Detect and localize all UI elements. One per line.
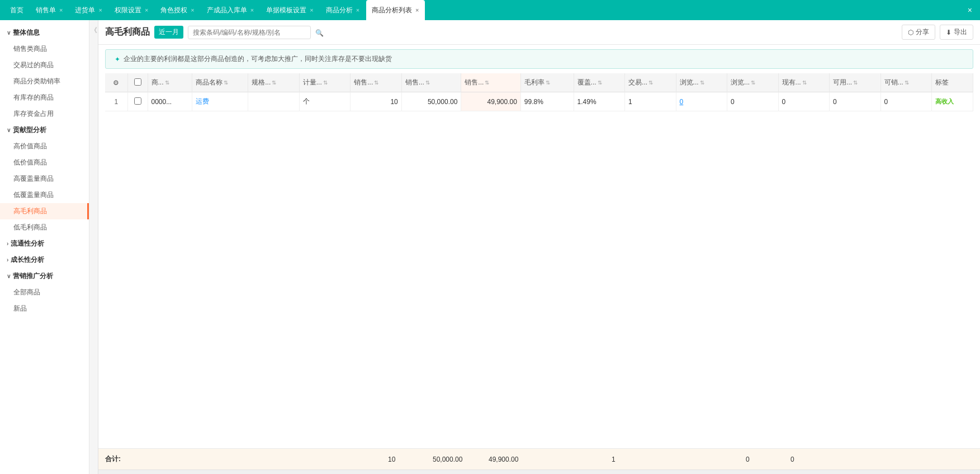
nav-close-purchase[interactable]: ×	[98, 7, 102, 13]
th-tag[interactable]: 标签	[932, 73, 973, 92]
sidebar-item-high-coverage[interactable]: 高覆盖量商品	[0, 171, 89, 187]
footer-trade: 1	[608, 456, 653, 463]
export-icon: ⬇	[946, 29, 951, 36]
th-sales-amount[interactable]: 销售...⇅	[401, 73, 461, 92]
sidebar-item-low-coverage[interactable]: 低覆盖量商品	[0, 187, 89, 203]
sidebar-group-liquidity[interactable]: › 流通性分析	[0, 236, 89, 252]
table-header-row: ⚙ 商...⇅ 商品名称⇅ 规格...⇅	[105, 73, 973, 92]
sidebar-group-contribution[interactable]: ∨ 贡献型分析	[0, 122, 89, 138]
row-sales-amount: 50,000.00	[401, 92, 461, 111]
share-button[interactable]: ⬡ 分享	[902, 25, 935, 40]
sidebar-item-traded-goods[interactable]: 交易过的商品	[0, 57, 89, 73]
page-title: 高毛利商品	[105, 26, 150, 38]
row-code: 0000...	[148, 92, 192, 111]
export-button[interactable]: ⬇ 导出	[940, 25, 973, 40]
sidebar-item-low-value[interactable]: 低价值商品	[0, 154, 89, 171]
table-row: 1 0000... 运费 个 10 50,000.00 49,900.00 99…	[105, 92, 973, 111]
footer-sales-profit: 49,900.00	[485, 456, 541, 463]
row-checkbox[interactable]	[127, 92, 148, 111]
th-trade[interactable]: 交易...⇅	[625, 73, 676, 92]
nav-permission[interactable]: 权限设置 ×	[109, 0, 154, 20]
settings-icon[interactable]: ⚙	[113, 79, 119, 87]
sidebar-item-low-margin[interactable]: 低毛利商品	[0, 219, 89, 236]
sidebar-item-stock-capital[interactable]: 库存资金占用	[0, 106, 89, 122]
nav-home[interactable]: 首页	[4, 0, 29, 20]
nav-template[interactable]: 单据模板设置 ×	[261, 0, 319, 20]
th-view1[interactable]: 浏览...⇅	[676, 73, 727, 92]
row-available-stock: 0	[830, 92, 881, 111]
footer-current-stock: 0	[742, 456, 787, 463]
nav-sales[interactable]: 销售单 ×	[30, 0, 68, 20]
sidebar-item-category-rate[interactable]: 商品分类助销率	[0, 73, 89, 90]
th-code[interactable]: 商...⇅	[148, 73, 192, 92]
search-icon: 🔍	[315, 29, 324, 37]
footer-sales-amount: 50,000.00	[429, 456, 485, 463]
sidebar-item-sales-goods[interactable]: 销售类商品	[0, 41, 89, 57]
sidebar-collapse-btn[interactable]: 《	[89, 20, 98, 474]
chevron-right-icon-2: ›	[7, 257, 8, 263]
th-spec[interactable]: 规格...⇅	[248, 73, 300, 92]
th-name[interactable]: 商品名称⇅	[192, 73, 248, 92]
footer-total: 合计: 10 50,000.00 49,900.00 1 0 0	[98, 448, 980, 470]
main-layout: ∨ 整体信息 销售类商品 交易过的商品 商品分类助销率 有库存的商品 库存资金占…	[0, 20, 980, 474]
period-button[interactable]: 近一月	[154, 26, 183, 39]
nav-close-role[interactable]: ×	[191, 7, 194, 13]
share-icon: ⬡	[908, 29, 913, 36]
sidebar-item-all-goods[interactable]: 全部商品	[0, 284, 89, 301]
scrollbar-area[interactable]	[98, 470, 980, 474]
row-sales-qty: 10	[351, 92, 402, 111]
nav-close-permission[interactable]: ×	[145, 7, 148, 13]
nav-window-close[interactable]: ×	[964, 6, 976, 15]
nav-role[interactable]: 角色授权 ×	[155, 0, 200, 20]
th-unit[interactable]: 计量...⇅	[299, 73, 351, 92]
row-sales-profit: 49,900.00	[461, 92, 521, 111]
sidebar-item-high-value[interactable]: 高价值商品	[0, 138, 89, 154]
th-sales-qty[interactable]: 销售...⇅	[351, 73, 402, 92]
th-coverage[interactable]: 覆盖...⇅	[574, 73, 625, 92]
th-view2[interactable]: 浏览...⇅	[727, 73, 779, 92]
th-saleable-stock[interactable]: 可销...⇅	[880, 73, 932, 92]
chevron-down-icon: ∨	[7, 30, 11, 36]
nav-purchase[interactable]: 进货单 ×	[69, 0, 107, 20]
th-available-stock[interactable]: 可用...⇅	[830, 73, 881, 92]
search-input[interactable]	[188, 26, 311, 39]
row-spec	[248, 92, 300, 111]
nav-product-in[interactable]: 产成品入库单 ×	[201, 0, 259, 20]
info-banner: ✦ 企业的主要的利润都是这部分商品创造的，可考虑加大推广，同时关注库存是不要出现…	[105, 49, 973, 69]
nav-close-product-analysis[interactable]: ×	[356, 7, 359, 13]
th-current-stock[interactable]: 现有...⇅	[778, 73, 830, 92]
th-settings[interactable]: ⚙	[105, 73, 127, 92]
sidebar-item-new-goods[interactable]: 新品	[0, 301, 89, 317]
row-view1[interactable]: 0	[676, 92, 727, 111]
table-wrapper[interactable]: ⚙ 商...⇅ 商品名称⇅ 规格...⇅	[98, 73, 980, 448]
th-sales-profit[interactable]: 销售...⇅	[461, 73, 521, 92]
row-unit: 个	[299, 92, 351, 111]
table-body: 1 0000... 运费 个 10 50,000.00 49,900.00 99…	[105, 92, 973, 111]
footer-values: 10 50,000.00 49,900.00 1 0 0	[206, 456, 973, 463]
row-trade: 1	[625, 92, 676, 111]
chevron-right-icon: ›	[7, 241, 8, 247]
sidebar-group-growth[interactable]: › 成长性分析	[0, 252, 89, 268]
chevron-down-icon-2: ∨	[7, 127, 11, 133]
row-gross-margin: 99.8%	[520, 92, 574, 111]
sidebar-group-overview[interactable]: ∨ 整体信息	[0, 25, 89, 41]
footer-sales-qty: 10	[385, 456, 429, 463]
th-gross-margin[interactable]: 毛利率⇅	[520, 73, 574, 92]
nav-close-sales[interactable]: ×	[59, 7, 63, 13]
nav-close-product-analysis-list[interactable]: ×	[415, 7, 419, 13]
select-all-checkbox[interactable]	[134, 78, 141, 86]
row-saleable-stock: 0	[880, 92, 932, 111]
sidebar-item-high-margin[interactable]: 高毛利商品	[0, 203, 89, 219]
nav-product-analysis-list[interactable]: 商品分析列表 ×	[366, 0, 424, 20]
content-header: 高毛利商品 近一月 🔍 ⬡ 分享 ⬇ 导出	[98, 20, 980, 45]
nav-close-template[interactable]: ×	[310, 7, 313, 13]
th-checkbox	[127, 73, 148, 92]
sidebar-group-marketing[interactable]: ∨ 营销推广分析	[0, 268, 89, 284]
row-coverage: 1.49%	[574, 92, 625, 111]
sidebar-item-in-stock[interactable]: 有库存的商品	[0, 90, 89, 106]
row-name[interactable]: 运费	[192, 92, 248, 111]
nav-close-product-in[interactable]: ×	[250, 7, 254, 13]
footer-available-stock: 0	[787, 456, 832, 463]
nav-product-analysis[interactable]: 商品分析 ×	[320, 0, 365, 20]
search-button[interactable]: 🔍	[315, 28, 324, 37]
